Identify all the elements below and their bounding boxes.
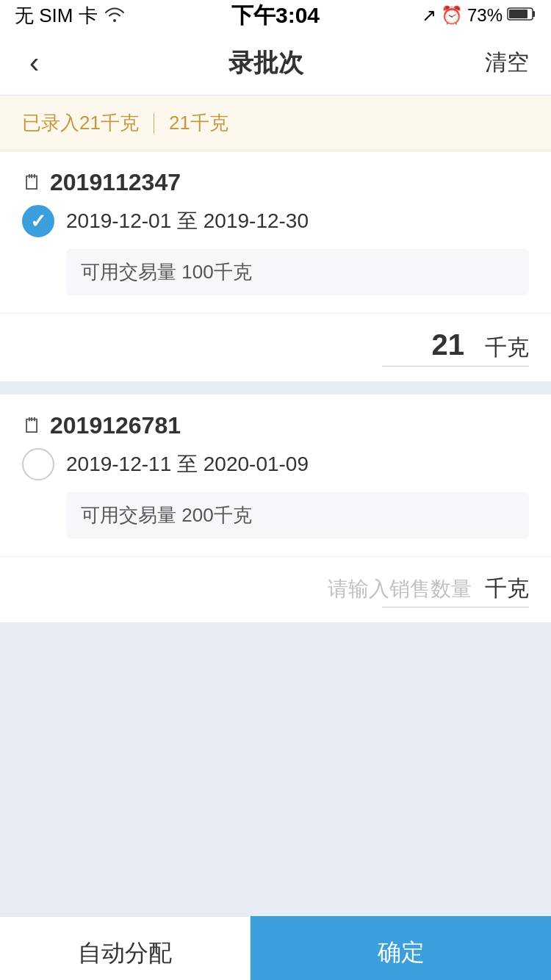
status-time: 下午3:04 bbox=[231, 1, 320, 31]
batch1-radio[interactable] bbox=[22, 205, 54, 237]
batch2-quantity-unit: 千克 bbox=[485, 574, 529, 604]
svg-rect-1 bbox=[533, 11, 535, 17]
wifi-icon bbox=[104, 4, 126, 27]
batch2-quantity-wrap: 千克 bbox=[325, 572, 529, 608]
nav-bar: ‹ 录批次 清空 bbox=[0, 31, 551, 96]
bottom-bar: 自动分配 确定 bbox=[0, 916, 551, 980]
page-title: 录批次 bbox=[228, 46, 303, 80]
batch2-quantity-row: 千克 bbox=[0, 556, 551, 622]
batch2-id: 2019126781 bbox=[50, 412, 181, 439]
confirm-button[interactable]: 确定 bbox=[251, 916, 551, 980]
batch1-quantity-unit: 千克 bbox=[485, 333, 529, 363]
batch1-date-row: 2019-12-01 至 2019-12-30 bbox=[22, 205, 529, 237]
clear-button[interactable]: 清空 bbox=[485, 48, 529, 78]
batch2-radio[interactable] bbox=[22, 448, 54, 480]
auto-distribute-button[interactable]: 自动分配 bbox=[0, 916, 251, 980]
status-bar: 无 SIM 卡 下午3:04 ↗ ⏰ 73% bbox=[0, 0, 551, 31]
battery-percent: 73% bbox=[467, 5, 503, 26]
back-button[interactable]: ‹ bbox=[22, 39, 46, 87]
info-divider bbox=[154, 113, 154, 134]
batch2-icon: 🗒 bbox=[22, 414, 43, 438]
status-left: 无 SIM 卡 bbox=[15, 3, 126, 29]
batch2-date: 2019-12-11 至 2020-01-09 bbox=[66, 450, 309, 478]
batch-item-1: 🗒 2019112347 2019-12-01 至 2019-12-30 可用交… bbox=[0, 151, 551, 381]
batch1-quantity-wrap: 21 千克 bbox=[382, 328, 529, 367]
no-sim-text: 无 SIM 卡 bbox=[15, 3, 98, 29]
location-icon: ↗ bbox=[422, 5, 436, 26]
batch2-availability: 可用交易量 200千克 bbox=[66, 492, 529, 538]
batch1-availability: 可用交易量 100千克 bbox=[66, 249, 529, 295]
batch2-date-row: 2019-12-11 至 2020-01-09 bbox=[22, 448, 529, 480]
batch1-date: 2019-12-01 至 2019-12-30 bbox=[66, 207, 309, 235]
batch1-icon: 🗒 bbox=[22, 170, 43, 195]
batch1-quantity-underline bbox=[382, 366, 529, 367]
batch2-quantity-underline bbox=[382, 607, 529, 608]
info-amount: 21千克 bbox=[169, 110, 228, 136]
batch1-header: 🗒 2019112347 bbox=[22, 169, 529, 196]
batch-item-2: 🗒 2019126781 2019-12-11 至 2020-01-09 可用交… bbox=[0, 394, 551, 622]
batch1-id: 2019112347 bbox=[50, 169, 181, 196]
recorded-label: 已录入21千克 bbox=[22, 110, 139, 136]
info-banner: 已录入21千克 21千克 bbox=[0, 96, 551, 151]
alarm-icon: ⏰ bbox=[441, 5, 463, 26]
batch1-quantity-row: 21 千克 bbox=[0, 313, 551, 381]
svg-rect-2 bbox=[509, 10, 527, 18]
empty-space bbox=[0, 622, 551, 916]
batch2-quantity-input[interactable] bbox=[325, 572, 472, 602]
batch1-quantity-value: 21 bbox=[432, 328, 465, 361]
battery-icon bbox=[507, 5, 536, 26]
status-right: ↗ ⏰ 73% bbox=[422, 5, 536, 26]
batch-divider bbox=[0, 381, 551, 394]
batch2-header: 🗒 2019126781 bbox=[22, 412, 529, 439]
